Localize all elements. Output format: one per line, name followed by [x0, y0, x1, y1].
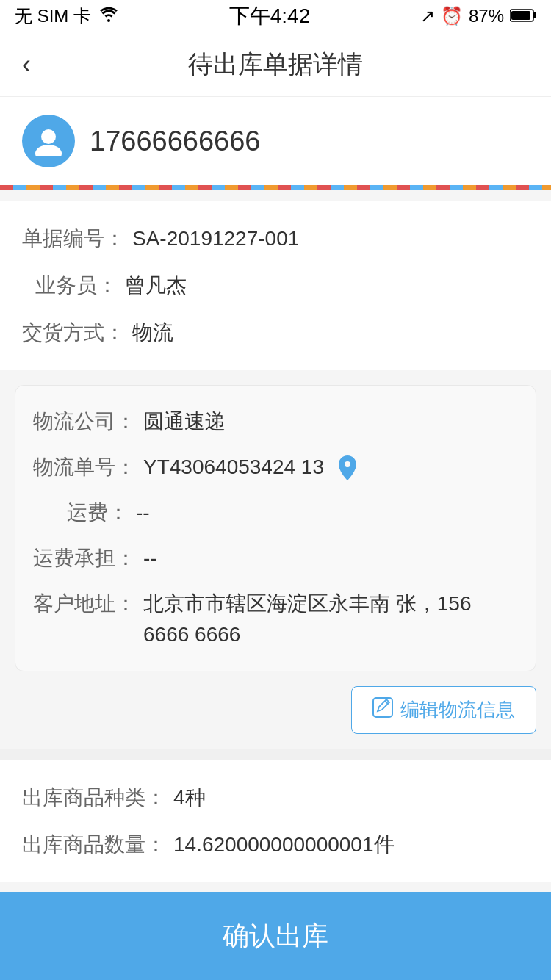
- logistics-company-value: 圆通速递: [143, 406, 518, 437]
- logistics-tracking-label: 物流单号：: [33, 452, 143, 483]
- product-quantity-value: 14.620000000000001件: [173, 829, 529, 860]
- user-avatar: [22, 115, 75, 167]
- document-number-value: SA-20191227-001: [132, 223, 529, 254]
- battery-icon: [510, 6, 536, 26]
- delivery-row: 交货方式： 物流: [22, 317, 529, 348]
- svg-rect-2: [511, 11, 530, 20]
- user-header: 17666666666: [0, 97, 551, 185]
- section-divider: [0, 749, 551, 760]
- status-time: 下午4:42: [229, 2, 311, 30]
- logistics-company-row: 物流公司： 圆通速递: [33, 406, 518, 437]
- page-title: 待出库单据详情: [188, 48, 363, 82]
- confirm-button-label: 确认出库: [223, 918, 328, 954]
- logistics-freight-bear-value: --: [143, 543, 518, 574]
- product-quantity-row: 出库商品数量： 14.620000000000001件: [22, 829, 529, 860]
- logistics-tracking-value: YT43064053424 13: [143, 452, 518, 483]
- location-arrow-icon: ↗: [420, 6, 435, 26]
- product-type-value: 4种: [173, 782, 529, 813]
- staff-label: 业务员：: [22, 270, 125, 301]
- logistics-address-label: 客户地址：: [33, 588, 143, 619]
- logistics-freight-label: 运费：: [33, 497, 136, 528]
- alarm-icon: ⏰: [441, 6, 463, 26]
- product-type-label: 出库商品种类：: [22, 782, 173, 813]
- status-left: 无 SIM 卡: [15, 4, 119, 28]
- wifi-icon: [98, 6, 119, 26]
- nav-bar: ‹ 待出库单据详情: [0, 32, 551, 97]
- confirm-button[interactable]: 确认出库: [0, 892, 551, 980]
- delivery-label: 交货方式：: [22, 317, 132, 348]
- svg-point-3: [41, 129, 56, 144]
- logistics-address-value: 北京市市辖区海淀区永丰南 张，156 6666 6666: [143, 588, 518, 650]
- product-section: 出库商品种类： 4种 出库商品数量： 14.620000000000001件: [0, 760, 551, 882]
- edit-icon: [372, 697, 393, 723]
- map-pin-icon[interactable]: [334, 454, 361, 480]
- document-number-row: 单据编号： SA-20191227-001: [22, 223, 529, 254]
- carrier-text: 无 SIM 卡: [15, 4, 91, 28]
- status-right: ↗ ⏰ 87%: [420, 6, 536, 26]
- product-type-row: 出库商品种类： 4种: [22, 782, 529, 813]
- back-button[interactable]: ‹: [22, 49, 31, 80]
- person-icon: [33, 126, 64, 156]
- svg-rect-1: [533, 12, 536, 18]
- logistics-company-label: 物流公司：: [33, 406, 143, 437]
- document-number-label: 单据编号：: [22, 223, 132, 254]
- staff-value: 曾凡杰: [125, 270, 529, 301]
- logistics-freight-row: 运费： --: [33, 497, 518, 528]
- battery-text: 87%: [469, 6, 504, 26]
- edit-logistics-label: 编辑物流信息: [400, 697, 515, 723]
- logistics-address-row: 客户地址： 北京市市辖区海淀区永丰南 张，156 6666 6666: [33, 588, 518, 650]
- svg-point-4: [35, 145, 62, 156]
- svg-rect-5: [373, 698, 392, 717]
- content-area: 17666666666 单据编号： SA-20191227-001 业务员： 曾…: [0, 97, 551, 980]
- logistics-freight-bear-row: 运费承担： --: [33, 543, 518, 574]
- basic-info-section: 单据编号： SA-20191227-001 业务员： 曾凡杰 交货方式： 物流: [0, 201, 551, 370]
- edit-logistics-button[interactable]: 编辑物流信息: [351, 686, 536, 734]
- status-bar: 无 SIM 卡 下午4:42 ↗ ⏰ 87%: [0, 0, 551, 32]
- staff-row: 业务员： 曾凡杰: [22, 270, 529, 301]
- edit-logistics-btn-row: 编辑物流信息: [15, 686, 536, 741]
- color-dash-divider: [0, 185, 551, 190]
- logistics-tracking-row: 物流单号： YT43064053424 13: [33, 452, 518, 483]
- product-quantity-label: 出库商品数量：: [22, 829, 173, 860]
- delivery-value: 物流: [132, 317, 529, 348]
- logistics-card: 物流公司： 圆通速递 物流单号： YT43064053424 13 运费： --…: [15, 385, 536, 671]
- logistics-freight-value: --: [136, 497, 518, 528]
- logistics-freight-bear-label: 运费承担：: [33, 543, 143, 574]
- user-phone: 17666666666: [90, 126, 260, 157]
